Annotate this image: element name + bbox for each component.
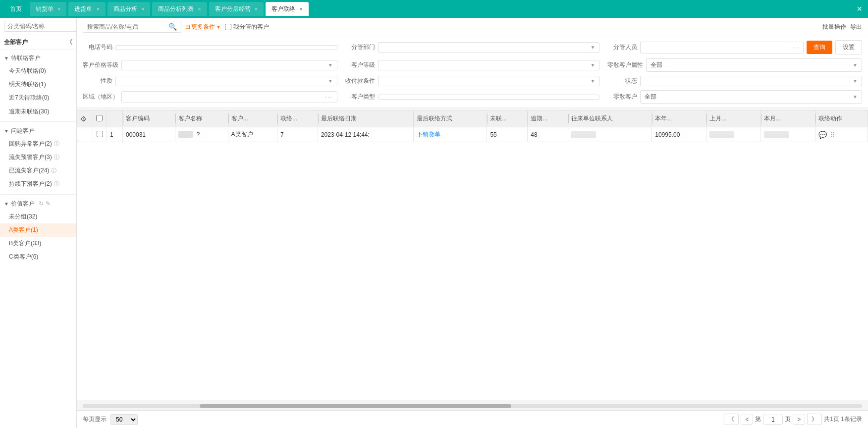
section-problem-title[interactable]: ▼ 问题客户	[0, 125, 76, 137]
tab-purchase[interactable]: 进货单 ×	[68, 2, 105, 16]
customer-grade-select[interactable]: ▼	[378, 60, 600, 70]
th-last-month[interactable]: 上月...	[706, 110, 761, 127]
horizontal-scrollbar[interactable]	[83, 404, 862, 408]
export-btn[interactable]: 导出	[850, 23, 862, 31]
main-search-input[interactable]	[87, 23, 166, 30]
settings-btn[interactable]: 设置	[835, 40, 862, 54]
main-search-icon[interactable]: 🔍	[168, 23, 177, 31]
th-this-month[interactable]: 本月...	[760, 110, 815, 127]
sidebar-item-c-class[interactable]: C类客户(6)	[0, 250, 76, 264]
page-number-input[interactable]	[763, 415, 783, 425]
close-customer-contact-tab[interactable]: ×	[299, 6, 302, 12]
retail-attr-select[interactable]: 全部 ▼	[646, 58, 862, 72]
close-purchase-tab[interactable]: ×	[96, 6, 99, 12]
close-all-tabs[interactable]: ×	[855, 2, 864, 16]
main-layout: 🔍 全部客户 《 ▼ 待联络客户 今天待联络(0) 明天待联络(1) 近7天待联…	[0, 18, 868, 428]
manager-input[interactable]: ···	[640, 42, 804, 54]
close-product-analysis-tab[interactable]: ×	[141, 6, 144, 12]
chat-icon[interactable]: 💬	[818, 131, 827, 139]
section-pending-contact-title[interactable]: ▼ 待联络客户	[0, 52, 76, 64]
sidebar-search-input[interactable]	[4, 21, 77, 32]
last-page-btn[interactable]: 》	[807, 414, 822, 425]
sidebar-item-7days[interactable]: 近7天待联络(0)	[0, 91, 76, 105]
customer-grade-label: 客户等级	[345, 61, 375, 69]
data-table-area: ⚙ 客户编码 客户名称	[77, 110, 868, 400]
sidebar-item-tomorrow[interactable]: 明天待联络(1)	[0, 78, 76, 91]
page-size-label: 每页显示	[83, 415, 107, 424]
advanced-filters: 电话号码 分管部门 ▼ 分管人员 ··· 查询 设置 客	[77, 36, 868, 108]
price-grade-select[interactable]: ▼	[121, 60, 337, 70]
region-label: 区域（地区）	[83, 93, 118, 101]
sidebar-all-customers-header: 全部客户 《	[0, 35, 76, 50]
th-unit-contact[interactable]: 往来单位联系人	[568, 110, 652, 127]
my-customers-check[interactable]	[225, 24, 231, 30]
th-this-year[interactable]: 本年...	[652, 110, 706, 127]
th-settings[interactable]: ⚙	[77, 110, 93, 127]
batch-op-link[interactable]: 批量操作	[822, 23, 846, 31]
edit-icon[interactable]: ✎	[46, 200, 51, 207]
refresh-icon[interactable]: ↻	[39, 200, 44, 207]
prev-page-btn[interactable]: <	[741, 415, 753, 425]
my-customers-checkbox[interactable]: 我分管的客户	[225, 23, 269, 31]
dept-select[interactable]: ▼	[378, 42, 600, 53]
scrollbar-thumb[interactable]	[200, 404, 511, 408]
sidebar-item-churned[interactable]: 已流失客户(24) ⓘ	[0, 164, 76, 177]
select-all-checkbox[interactable]	[96, 115, 103, 121]
horizontal-scrollbar-area	[77, 402, 868, 410]
payment-label: 收付款条件	[345, 77, 375, 85]
sidebar-collapse-icon[interactable]: 《	[66, 38, 72, 47]
more-filters-btn[interactable]: ⊟ 更多条件 ▼	[185, 23, 221, 31]
th-checkbox	[93, 110, 107, 127]
section-pending-contact: ▼ 待联络客户 今天待联络(0) 明天待联络(1) 近7天待联络(0) 逾期未联…	[0, 50, 76, 120]
sidebar-item-declining[interactable]: 持续下滑客户(2) ⓘ	[0, 177, 76, 191]
td-no-contact: 55	[487, 127, 528, 142]
qr-icon[interactable]: ⠿	[830, 131, 835, 139]
query-btn[interactable]: 查询	[807, 41, 832, 54]
status-select[interactable]: ▼	[640, 76, 862, 86]
th-name[interactable]: 客户名称	[175, 110, 228, 127]
th-last-method[interactable]: 最后联络方式	[414, 110, 487, 127]
tab-product-analysis-list[interactable]: 商品分析列表 ×	[152, 2, 207, 16]
retail-attr-label: 零散客户属性	[607, 61, 643, 69]
settings-gear-icon[interactable]: ⚙	[80, 115, 87, 123]
tab-product-analysis[interactable]: 商品分析 ×	[108, 2, 150, 16]
th-code[interactable]: 客户编码	[123, 110, 175, 127]
row-checkbox[interactable]	[97, 131, 103, 137]
retail-select[interactable]: 全部 ▼	[640, 90, 862, 104]
th-contact[interactable]: 联络...	[277, 110, 318, 127]
td-unit-contact	[568, 127, 652, 142]
td-contact: 7	[277, 127, 318, 142]
sidebar-item-b-class[interactable]: B类客户(33)	[0, 237, 76, 250]
next-page-btn[interactable]: >	[793, 415, 805, 425]
last-method-link[interactable]: 下销货单	[417, 131, 440, 138]
sidebar-item-overdue[interactable]: 逾期未联络(30)	[0, 105, 76, 118]
page-size-select[interactable]: 50 10 20 100	[110, 414, 138, 425]
info-icon-1: ⓘ	[54, 140, 59, 149]
close-customer-tier-tab[interactable]: ×	[255, 6, 258, 12]
close-product-analysis-list-tab[interactable]: ×	[198, 6, 201, 12]
sidebar-item-churn-warning[interactable]: 流失预警客户(3) ⓘ	[0, 151, 76, 164]
sidebar-item-ungrouped[interactable]: 未分组(32)	[0, 210, 76, 223]
tab-home[interactable]: 首页	[4, 2, 28, 16]
sidebar-item-repurchase-abnormal[interactable]: 回购异常客户(2) ⓘ	[0, 137, 76, 151]
tab-customer-contact[interactable]: 客户联络 ×	[266, 2, 308, 16]
close-sales-tab[interactable]: ×	[57, 6, 60, 12]
filter-actions: 批量操作 导出	[822, 23, 862, 31]
filter-bar: 🔍 ⊟ 更多条件 ▼ 我分管的客户 批量操作 导出	[77, 18, 868, 36]
sidebar-item-today[interactable]: 今天待联络(0)	[0, 64, 76, 78]
th-overdue[interactable]: 逾期...	[528, 110, 568, 127]
first-page-btn[interactable]: 《	[724, 414, 739, 425]
tab-customer-tier[interactable]: 客户分层经营 ×	[209, 2, 264, 16]
th-type[interactable]: 客户...	[228, 110, 277, 127]
region-input[interactable]: ···	[121, 91, 337, 103]
th-last-date[interactable]: 最后联络日期	[318, 110, 414, 127]
customer-type-input[interactable]	[378, 95, 600, 100]
th-no-contact[interactable]: 未联...	[487, 110, 528, 127]
sidebar-item-a-class[interactable]: A类客户(1)	[0, 223, 76, 237]
phone-input[interactable]	[115, 45, 337, 50]
table-header-row: ⚙ 客户编码 客户名称	[77, 110, 868, 127]
section-value-title[interactable]: ▼ 价值客户 ↻ ✎	[0, 198, 76, 210]
tab-sales[interactable]: 销货单 ×	[30, 2, 66, 16]
nature-select[interactable]: ▼	[115, 76, 337, 86]
payment-select[interactable]: ▼	[378, 76, 600, 86]
